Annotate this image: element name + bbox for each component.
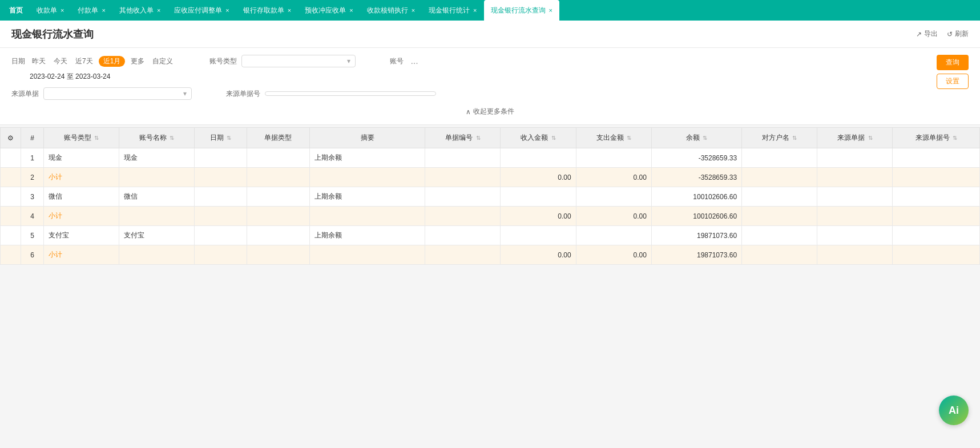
date-btn-custom[interactable]: 自定义 <box>150 56 175 67</box>
cell-expense <box>576 226 651 245</box>
nav-tab-bank-stats[interactable]: 现金银行统计 × <box>422 0 483 21</box>
cell-date <box>195 226 247 245</box>
cell-summary <box>309 245 425 265</box>
nav-tab-receipt[interactable]: 收款单 × <box>30 0 71 21</box>
nav-bank-stats-label: 现金银行统计 <box>429 6 470 15</box>
nav-advance-offset-label: 预收冲应收单 <box>305 6 346 15</box>
col-income[interactable]: 收入金额 ⇅ <box>501 128 576 148</box>
cell-settings <box>1 207 21 226</box>
export-button[interactable]: ↗ 导出 <box>916 29 938 39</box>
cell-num: 2 <box>21 168 44 187</box>
cell-doc-type <box>247 226 310 245</box>
cell-source-doc-no <box>893 207 980 226</box>
table-row[interactable]: 1 现金 现金 上期余额 -3528659.33 <box>1 148 980 168</box>
table-row[interactable]: 5 支付宝 支付宝 上期余额 19871073.60 <box>1 226 980 245</box>
col-settings[interactable]: ⚙ <box>1 128 21 148</box>
table-row[interactable]: 2 小计 0.00 0.00 -3528659.33 <box>1 168 980 187</box>
filter-item-source-doc-no: 来源单据号 <box>226 89 436 99</box>
query-button[interactable]: 查询 <box>937 55 969 70</box>
cell-balance: 100102606.60 <box>651 207 741 226</box>
nav-tab-advance-offset[interactable]: 预收冲应收单 × <box>298 0 360 21</box>
date-btn-today[interactable]: 今天 <box>51 56 70 67</box>
cell-settings <box>1 168 21 187</box>
col-doc-no[interactable]: 单据编号 ⇅ <box>425 128 501 148</box>
cell-counterpart <box>742 148 817 168</box>
source-doc-select[interactable]: ▾ <box>43 87 192 100</box>
date-btn-1month[interactable]: 近1月 <box>99 56 126 67</box>
nav-receivable-verify-close[interactable]: × <box>412 7 415 14</box>
collapse-up-icon: ∧ <box>466 108 471 116</box>
nav-tab-bank-flow[interactable]: 现金银行流水查询 × <box>484 0 559 21</box>
cell-summary: 上期余额 <box>309 187 425 207</box>
source-doc-no-input[interactable] <box>265 91 436 96</box>
cell-counterpart <box>742 226 817 245</box>
cell-doc-type <box>247 168 310 187</box>
sort-balance-icon: ⇅ <box>703 135 707 141</box>
nav-receivable-payable-close[interactable]: × <box>225 7 229 14</box>
cell-expense: 0.00 <box>576 207 651 226</box>
cell-account-type: 小计 <box>43 245 119 265</box>
nav-other-income-close[interactable]: × <box>157 7 160 14</box>
source-doc-label: 来源单据 <box>11 89 39 99</box>
nav-tab-payment[interactable]: 付款单 × <box>71 0 112 21</box>
nav-payment-close[interactable]: × <box>102 7 105 14</box>
sort-source-doc-no-icon: ⇅ <box>953 135 957 141</box>
sort-source-doc-icon: ⇅ <box>868 135 873 141</box>
col-account-type[interactable]: 账号类型 ⇅ <box>43 128 119 148</box>
cell-counterpart <box>742 207 817 226</box>
nav-tab-receivable-verify[interactable]: 收款核销执行 × <box>360 0 422 21</box>
col-counterpart[interactable]: 对方户名 ⇅ <box>742 128 817 148</box>
nav-bank-deposit-close[interactable]: × <box>288 7 291 14</box>
cell-income <box>501 148 576 168</box>
sort-expense-icon: ⇅ <box>627 135 631 141</box>
table-row[interactable]: 6 小计 0.00 0.00 19871073.60 <box>1 245 980 265</box>
col-source-doc[interactable]: 来源单据 ⇅ <box>817 128 893 148</box>
col-expense[interactable]: 支出金额 ⇅ <box>576 128 651 148</box>
cell-doc-type <box>247 207 310 226</box>
filter-area: 日期 昨天 今天 近7天 近1月 更多 自定义 账号类型 ▾ <box>0 48 980 125</box>
date-btn-more[interactable]: 更多 <box>128 56 147 67</box>
cell-source-doc <box>817 226 893 245</box>
export-icon: ↗ <box>916 30 922 38</box>
account-label: 账号 <box>390 56 404 66</box>
nav-tab-bank-deposit[interactable]: 银行存取款单 × <box>236 0 298 21</box>
nav-tab-receivable-payable[interactable]: 应收应付调整单 × <box>167 0 236 21</box>
date-btn-7days[interactable]: 近7天 <box>73 56 95 67</box>
nav-tab-other-income[interactable]: 其他收入单 × <box>112 0 167 21</box>
date-shortcuts: 昨天 今天 近7天 近1月 更多 自定义 <box>30 56 175 67</box>
nav-tab-home[interactable]: 首页 <box>2 0 30 21</box>
cell-expense: 0.00 <box>576 245 651 265</box>
settings-button[interactable]: 设置 <box>937 74 969 89</box>
col-balance[interactable]: 余额 ⇅ <box>651 128 741 148</box>
nav-receipt-close[interactable]: × <box>61 7 64 14</box>
cell-num: 6 <box>21 245 44 265</box>
nav-bank-stats-close[interactable]: × <box>473 7 477 14</box>
account-type-select[interactable]: ▾ <box>241 55 356 67</box>
col-account-name[interactable]: 账号名称 ⇅ <box>119 128 195 148</box>
date-btn-yesterday[interactable]: 昨天 <box>30 56 48 67</box>
col-date[interactable]: 日期 ⇅ <box>195 128 247 148</box>
nav-advance-offset-close[interactable]: × <box>349 7 353 14</box>
sort-doc-no-icon: ⇅ <box>476 135 481 141</box>
nav-bank-deposit-label: 银行存取款单 <box>243 6 284 15</box>
account-dots-btn[interactable]: ... <box>408 55 420 67</box>
cell-doc-type <box>247 148 310 168</box>
cell-source-doc-no <box>893 187 980 207</box>
cell-account-type: 小计 <box>43 168 119 187</box>
page-title: 现金银行流水查询 <box>11 27 94 41</box>
refresh-button[interactable]: ↺ 刷新 <box>947 29 969 39</box>
nav-home-label: 首页 <box>9 6 23 15</box>
sort-counterpart-icon: ⇅ <box>792 135 797 141</box>
sort-account-type-icon: ⇅ <box>94 135 99 141</box>
cell-account-type: 支付宝 <box>43 226 119 245</box>
col-source-doc-no[interactable]: 来源单据号 ⇅ <box>893 128 980 148</box>
cell-settings <box>1 226 21 245</box>
cell-expense <box>576 148 651 168</box>
nav-bank-flow-close[interactable]: × <box>549 7 552 14</box>
table-row[interactable]: 3 微信 微信 上期余额 100102606.60 <box>1 187 980 207</box>
account-type-dropdown-icon: ▾ <box>347 57 350 65</box>
cell-doc-type <box>247 245 310 265</box>
table-row[interactable]: 4 小计 0.00 0.00 100102606.60 <box>1 207 980 226</box>
collapse-bar[interactable]: ∧ 收起更多条件 <box>11 104 969 118</box>
table-header-row: ⚙ # 账号类型 ⇅ 账号名称 ⇅ 日期 ⇅ 单据类型 <box>1 128 980 148</box>
